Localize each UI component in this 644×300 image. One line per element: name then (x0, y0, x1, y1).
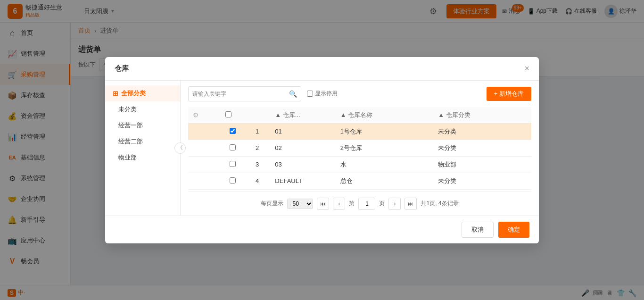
category-panel: ⊞ 全部分类 未分类 经营一部 经营二部 物业部 《 (105, 81, 181, 216)
table-toolbar: 🔍 显示停用 + 新增仓库 (188, 86, 531, 101)
row-num: 3 (244, 156, 270, 173)
row-category: 物业部 (433, 156, 531, 173)
col-header-num (244, 107, 270, 124)
cancel-button[interactable]: 取消 (462, 222, 494, 238)
category-item-property[interactable]: 物业部 (105, 150, 180, 166)
row-gear (188, 123, 221, 140)
col-header-check (221, 107, 244, 124)
prev-page-button[interactable]: ‹ (333, 198, 345, 210)
table-panel: 🔍 显示停用 + 新增仓库 ⚙ (181, 81, 539, 216)
warehouse-table: ⚙ ▲ 仓库... ▲ 仓库名称 ▲ 仓库分类 (188, 107, 531, 190)
col-header-code[interactable]: ▲ 仓库... (270, 107, 335, 124)
modal-title: 仓库 (115, 64, 129, 73)
table-scroll-area: ⚙ ▲ 仓库... ▲ 仓库名称 ▲ 仓库分类 (188, 107, 531, 190)
table-row[interactable]: 1 01 1号仓库 未分类 (188, 123, 531, 140)
per-page-label: 每页显示 (261, 200, 283, 208)
table-row[interactable]: 4 DEFAULT 总仓 未分类 (188, 173, 531, 189)
row-name: 2号仓库 (336, 140, 434, 156)
table-row[interactable]: 3 03 水 物业部 (188, 156, 531, 173)
row-checkbox-cell (221, 123, 244, 140)
category-all-item[interactable]: ⊞ 全部分类 (105, 85, 180, 101)
category-item-dept1[interactable]: 经营一部 (105, 117, 180, 133)
col-header-cat[interactable]: ▲ 仓库分类 (433, 107, 531, 124)
row-checkbox[interactable] (230, 128, 236, 134)
collapse-icon: 《 (177, 144, 183, 152)
row-gear (188, 156, 221, 173)
row-checkbox-cell (221, 156, 244, 173)
row-code: 01 (270, 123, 335, 140)
total-info: 共1页, 4条记录 (421, 200, 458, 208)
modal-overlay: 仓库 × ⊞ 全部分类 未分类 经营一部 经营二部 物业部 《 (0, 0, 644, 300)
row-checkbox[interactable] (230, 177, 236, 183)
add-warehouse-button[interactable]: + 新增仓库 (487, 87, 531, 101)
row-name: 水 (336, 156, 434, 173)
row-gear (188, 173, 221, 189)
per-page-select[interactable]: 20 50 100 (287, 199, 313, 209)
table-header: ⚙ ▲ 仓库... ▲ 仓库名称 ▲ 仓库分类 (188, 107, 531, 124)
row-code: 02 (270, 140, 335, 156)
modal-header: 仓库 × (105, 57, 539, 81)
warehouse-modal: 仓库 × ⊞ 全部分类 未分类 经营一部 经营二部 物业部 《 (105, 57, 539, 243)
modal-close-button[interactable]: × (524, 64, 529, 74)
row-category: 未分类 (433, 140, 531, 156)
row-code: 03 (270, 156, 335, 173)
row-num: 4 (244, 173, 270, 189)
search-input[interactable] (192, 91, 289, 97)
search-icon: 🔍 (289, 90, 297, 98)
row-category: 未分类 (433, 123, 531, 140)
row-name: 1号仓库 (336, 123, 434, 140)
next-page-button[interactable]: › (388, 198, 401, 210)
select-all-checkbox[interactable] (225, 111, 231, 117)
row-gear (188, 140, 221, 156)
modal-footer: 取消 确定 (105, 216, 539, 243)
category-item-dept2[interactable]: 经营二部 (105, 133, 180, 150)
all-categories-label: 全部分类 (121, 89, 146, 98)
all-categories-icon: ⊞ (113, 90, 118, 97)
category-item-uncategorized[interactable]: 未分类 (105, 101, 180, 117)
page-end-label: 页 (379, 200, 385, 208)
show-disabled-checkbox[interactable] (307, 91, 313, 97)
row-name: 总仓 (336, 173, 434, 189)
row-num: 1 (244, 123, 270, 140)
col-header-gear: ⚙ (188, 107, 221, 124)
show-disabled-text: 显示停用 (315, 90, 338, 98)
show-disabled-label: 显示停用 (307, 90, 338, 98)
table-row[interactable]: 2 02 2号仓库 未分类 (188, 140, 531, 156)
row-num: 2 (244, 140, 270, 156)
col-header-name[interactable]: ▲ 仓库名称 (336, 107, 434, 124)
page-label: 第 (349, 200, 355, 208)
pagination: 每页显示 20 50 100 ⏮ ‹ 第 页 › ⏭ 共1页, 4条记录 (188, 192, 531, 216)
category-collapse-button[interactable]: 《 (174, 142, 186, 154)
modal-body: ⊞ 全部分类 未分类 经营一部 经营二部 物业部 《 🔍 (105, 81, 539, 216)
row-checkbox[interactable] (230, 161, 236, 167)
table-body: 1 01 1号仓库 未分类 2 02 2号仓库 (188, 123, 531, 189)
search-box: 🔍 (188, 86, 301, 101)
row-checkbox-cell (221, 173, 244, 189)
first-page-button[interactable]: ⏮ (317, 198, 329, 210)
confirm-button[interactable]: 确定 (498, 222, 529, 238)
row-checkbox-cell (221, 140, 244, 156)
last-page-button[interactable]: ⏭ (405, 198, 417, 210)
row-checkbox[interactable] (230, 144, 236, 150)
gear-icon: ⚙ (193, 111, 199, 119)
page-number-input[interactable] (358, 198, 375, 210)
row-category: 未分类 (433, 173, 531, 189)
row-code: DEFAULT (270, 173, 335, 189)
